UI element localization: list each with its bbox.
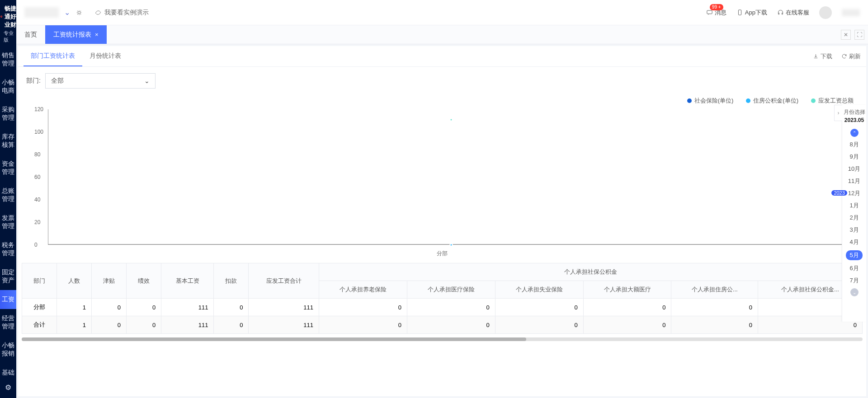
horizontal-scrollbar[interactable] bbox=[22, 337, 863, 341]
table-header-group: 个人承担社保公积金 bbox=[319, 263, 863, 281]
salary-table: 部门人数津贴绩效基本工资扣款应发工资合计个人承担社保公积金个人承担养老保险个人承… bbox=[22, 263, 863, 334]
month-item[interactable]: 5月 bbox=[846, 250, 862, 260]
month-item[interactable]: 9月 bbox=[848, 153, 860, 161]
chart-point bbox=[450, 118, 453, 121]
sidebar-item[interactable]: 库存核算 bbox=[0, 127, 16, 155]
refresh-button[interactable]: 刷新 bbox=[841, 52, 861, 61]
department-select[interactable]: 全部 ⌄ bbox=[45, 73, 156, 89]
table-wrap[interactable]: 部门人数津贴绩效基本工资扣款应发工资合计个人承担社保公积金个人承担养老保险个人承… bbox=[22, 263, 863, 334]
table-header: 人数 bbox=[57, 263, 92, 299]
filter-label: 部门: bbox=[26, 77, 41, 85]
brand-logo-icon bbox=[0, 13, 3, 21]
org-name[interactable] bbox=[24, 7, 59, 18]
subtab[interactable]: 月份统计表 bbox=[82, 47, 128, 66]
username[interactable] bbox=[842, 9, 860, 16]
page-tabs: 首页工资统计报表× ✕ ⛶ bbox=[16, 25, 868, 44]
month-item[interactable]: 11月 bbox=[846, 177, 862, 185]
table-header: 绩效 bbox=[127, 263, 161, 299]
settings-icon[interactable]: ⚙ bbox=[5, 383, 11, 392]
month-panel-selected: 2023.05 bbox=[844, 117, 864, 123]
demo-icon bbox=[94, 9, 102, 16]
page-tab[interactable]: 工资统计报表× bbox=[45, 25, 107, 44]
online-service-button[interactable]: 在线客服 bbox=[777, 9, 809, 17]
month-item[interactable]: 8月 bbox=[848, 140, 860, 149]
y-tick: 120 bbox=[34, 106, 43, 112]
month-item[interactable]: 2月 bbox=[848, 214, 860, 222]
sidebar-item[interactable]: 销售管理 bbox=[0, 46, 16, 73]
table-header: 个人承担医疗保险 bbox=[407, 281, 495, 299]
brand-name: 畅捷通好业财 bbox=[5, 5, 16, 29]
sidebar-item[interactable]: 固定资产 bbox=[0, 263, 16, 290]
table-header: 基本工资 bbox=[161, 263, 214, 299]
subtabs: 部门工资统计表月份统计表 下载 刷新 bbox=[18, 46, 866, 67]
month-item[interactable]: 6月 bbox=[848, 264, 860, 272]
legend-item[interactable]: 社会保险(单位) bbox=[687, 97, 734, 105]
fullscreen-icon[interactable]: ⛶ bbox=[854, 30, 864, 40]
svg-rect-0 bbox=[707, 10, 712, 14]
table-header: 个人承担大额医疗 bbox=[583, 281, 671, 299]
sidebar-item[interactable]: 资金管理 bbox=[0, 155, 16, 182]
month-scroll-down-icon[interactable]: ⌄ bbox=[850, 288, 859, 296]
month-item[interactable]: 3月 bbox=[848, 226, 860, 234]
topbar-gear-icon[interactable] bbox=[75, 9, 83, 16]
chart-point bbox=[450, 243, 453, 247]
chart-legend: 社会保险(单位)住房公积金(单位)应发工资总额 bbox=[26, 95, 858, 111]
sidebar: 畅捷通好业财 专业版 销售管理小畅电商采购管理库存核算资金管理总账管理发票管理税… bbox=[0, 0, 16, 398]
download-button[interactable]: 下载 bbox=[813, 52, 832, 61]
y-tick: 60 bbox=[34, 174, 40, 180]
department-select-value: 全部 bbox=[51, 77, 64, 85]
phone-icon bbox=[736, 9, 743, 16]
y-tick: 100 bbox=[34, 129, 43, 135]
sidebar-item[interactable]: 工资 bbox=[0, 290, 16, 309]
month-item[interactable]: 4月 bbox=[848, 238, 860, 246]
table-header: 个人承担失业保险 bbox=[495, 281, 583, 299]
avatar[interactable] bbox=[819, 6, 832, 19]
sidebar-item[interactable]: 总账管理 bbox=[0, 182, 16, 209]
messages-button[interactable]: 99 + 消息 bbox=[706, 9, 726, 17]
page-tab[interactable]: 首页 bbox=[16, 25, 45, 44]
table-header: 个人承担住房公... bbox=[671, 281, 758, 299]
app-download-button[interactable]: App下载 bbox=[736, 9, 767, 17]
chevron-down-icon: ⌄ bbox=[144, 77, 150, 84]
sidebar-item[interactable]: 采购管理 bbox=[0, 100, 16, 127]
download-icon bbox=[813, 53, 819, 59]
table-row: 分部1001110111000000 bbox=[22, 299, 863, 316]
side-menu: 销售管理小畅电商采购管理库存核算资金管理总账管理发票管理税务管理固定资产工资经营… bbox=[0, 46, 16, 377]
table-header: 津贴 bbox=[92, 263, 127, 299]
table-header: 应发工资合计 bbox=[249, 263, 319, 299]
sidebar-item[interactable]: 经营管理 bbox=[0, 309, 16, 336]
tab-close-x-icon[interactable]: × bbox=[95, 31, 99, 38]
chart-axes bbox=[48, 109, 854, 245]
month-item[interactable]: 1月 bbox=[848, 201, 860, 210]
demo-link[interactable]: 我要看实例演示 bbox=[94, 9, 149, 17]
download-label: 下载 bbox=[821, 52, 832, 61]
sidebar-item[interactable]: 基础信息 bbox=[0, 363, 16, 377]
month-item[interactable]: 12月 bbox=[846, 189, 862, 197]
brand-block: 畅捷通好业财 专业版 bbox=[0, 0, 16, 46]
svg-rect-1 bbox=[738, 10, 741, 15]
sidebar-item[interactable]: 发票管理 bbox=[0, 209, 16, 236]
subtab[interactable]: 部门工资统计表 bbox=[24, 47, 82, 66]
refresh-label: 刷新 bbox=[849, 52, 861, 61]
sidebar-item[interactable]: 税务管理 bbox=[0, 236, 16, 263]
sidebar-item[interactable]: 小畅报销 bbox=[0, 336, 16, 363]
table-header: 个人承担养老保险 bbox=[319, 281, 407, 299]
legend-item[interactable]: 住房公积金(单位) bbox=[746, 97, 798, 105]
month-panel-collapse-icon[interactable]: › bbox=[834, 105, 842, 121]
sidebar-item[interactable]: 小畅电商 bbox=[0, 73, 16, 100]
table-header: 扣款 bbox=[214, 263, 249, 299]
app-download-label: App下载 bbox=[745, 9, 767, 17]
filter-row: 部门: 全部 ⌄ bbox=[18, 67, 866, 95]
tab-close-icon[interactable]: ✕ bbox=[841, 30, 851, 40]
y-tick: 40 bbox=[34, 197, 40, 203]
online-service-label: 在线客服 bbox=[786, 9, 809, 17]
month-scroll-up-icon[interactable]: ⌃ bbox=[850, 129, 859, 137]
month-item[interactable]: 7月 bbox=[848, 276, 860, 285]
y-tick: 20 bbox=[34, 219, 40, 225]
month-item[interactable]: 10月 bbox=[846, 165, 862, 173]
org-chevron-down-icon[interactable]: ⌄ bbox=[64, 8, 70, 17]
chart-area: 社会保险(单位)住房公积金(单位)应发工资总额 分部 0204060801001… bbox=[26, 95, 858, 258]
topbar: ⌄ 我要看实例演示 99 + 消息 App下载 bbox=[16, 0, 868, 25]
legend-item[interactable]: 应发工资总额 bbox=[811, 97, 854, 105]
headset-icon bbox=[777, 9, 784, 16]
